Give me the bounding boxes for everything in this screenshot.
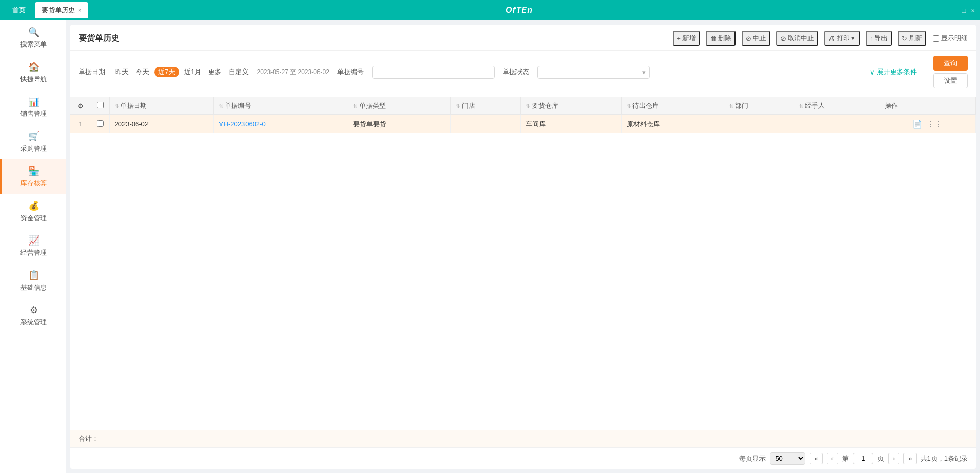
page-number-input[interactable] (853, 453, 873, 464)
refresh-button[interactable]: ↻ 刷新 (898, 31, 926, 46)
date-options: 昨天 今天 近7天 近1月 更多 自定义 2023-05-27 至 2023-0… (113, 67, 329, 77)
status-select-wrap: ▾ (537, 66, 650, 79)
cell-checkbox[interactable] (91, 115, 109, 133)
filter-row-1: 单据日期 昨天 今天 近7天 近1月 更多 自定义 2023-05-27 至 2… (79, 56, 968, 88)
cancel-stop-button[interactable]: ⊘ 取消中止 (776, 31, 818, 46)
stop-label: 中止 (753, 34, 766, 43)
sidebar-item-finance[interactable]: 💰 资金管理 (0, 194, 66, 229)
sidebar-item-operations[interactable]: 📈 经营管理 (0, 229, 66, 264)
cancel-stop-icon: ⊘ (780, 35, 786, 42)
next-page-button[interactable]: › (888, 453, 899, 464)
delete-icon: 🗑 (710, 35, 717, 42)
delete-button[interactable]: 🗑 删除 (706, 31, 736, 46)
summary-label: 合计： (79, 435, 99, 442)
date-range-display: 2023-05-27 至 2023-06-02 (257, 68, 329, 77)
sidebar-item-sales[interactable]: 📊 销售管理 (0, 90, 66, 125)
sort-icon-store[interactable]: ⇅ (456, 103, 460, 109)
th-req-warehouse: ⇅ 要货仓库 (521, 97, 622, 115)
doc-no-input[interactable] (372, 66, 495, 79)
cell-handler (794, 115, 879, 133)
sidebar-item-inventory[interactable]: 🏪 库存核算 (0, 159, 66, 194)
export-button[interactable]: ↑ 导出 (866, 31, 892, 46)
refresh-label: 刷新 (909, 34, 922, 43)
sidebar-item-search-menu-label: 搜索菜单 (20, 40, 47, 49)
th-settings[interactable]: ⚙ (70, 97, 91, 115)
sort-icon-doc-date[interactable]: ⇅ (115, 103, 119, 109)
sort-icon-req-warehouse[interactable]: ⇅ (526, 103, 530, 109)
show-detail-label: 显示明细 (941, 34, 968, 43)
sort-icon-doc-no[interactable]: ⇅ (219, 103, 223, 109)
page-size-select[interactable]: 50 10 20 100 (770, 452, 805, 465)
sidebar-item-purchase[interactable]: 🛒 采购管理 (0, 125, 66, 159)
doc-no-link[interactable]: YH-20230602-0 (219, 120, 266, 128)
window-maximize-icon[interactable]: □ (962, 7, 966, 14)
footer-summary: 合计： (70, 430, 976, 447)
cell-doc-no[interactable]: YH-20230602-0 (213, 115, 348, 133)
edit-icon[interactable]: 📄 (912, 119, 922, 129)
sort-icon-pending-warehouse[interactable]: ⇅ (627, 103, 631, 109)
th-doc-date: ⇅ 单据日期 (109, 97, 213, 115)
more-icon[interactable]: ⋮⋮ (926, 119, 943, 129)
new-button[interactable]: + 新增 (673, 31, 700, 46)
stop-button[interactable]: ⊘ 中止 (742, 31, 770, 46)
tab-active[interactable]: 要货单历史 × (35, 2, 88, 18)
date-filter-label: 单据日期 (79, 67, 105, 77)
print-button[interactable]: 🖨 打印 ▾ (824, 31, 860, 46)
system-icon: ⚙ (30, 304, 38, 316)
cell-index: 1 (70, 115, 91, 133)
first-page-button[interactable]: « (810, 453, 822, 464)
date-opt-custom[interactable]: 自定义 (227, 67, 251, 77)
th-department: ⇅ 部门 (724, 97, 794, 115)
expand-conditions-button[interactable]: ∨ 展开更多条件 (870, 67, 917, 77)
prev-page-button[interactable]: ‹ (827, 453, 838, 464)
query-button[interactable]: 查询 (933, 56, 968, 71)
base-info-icon: 📋 (28, 270, 39, 281)
th-checkbox[interactable] (91, 97, 109, 115)
sidebar-item-system[interactable]: ⚙ 系统管理 (0, 298, 66, 333)
brand-logo: OfTEn (506, 6, 533, 15)
tab-close-icon[interactable]: × (78, 7, 81, 13)
sort-icon-doc-type[interactable]: ⇅ (353, 103, 357, 109)
select-all-checkbox[interactable] (97, 102, 104, 108)
page-size-label: 每页显示 (739, 454, 766, 463)
sidebar-item-base-info[interactable]: 📋 基础信息 (0, 264, 66, 298)
table-wrap: ⚙ ⇅ 单据日期 ⇅ 单据编号 ⇅ 单据类型 ⇅ 门店 ⇅ 要货仓库 ⇅ 待出仓… (70, 97, 976, 430)
show-detail-checkbox[interactable] (933, 35, 939, 42)
sort-icon-handler[interactable]: ⇅ (799, 103, 803, 109)
window-minimize-icon[interactable]: — (950, 7, 957, 14)
th-store: ⇅ 门店 (451, 97, 521, 115)
status-select[interactable] (537, 66, 650, 79)
date-opt-today[interactable]: 今天 (134, 67, 151, 77)
page-label-after: 页 (877, 454, 884, 463)
date-opt-7days[interactable]: 近7天 (154, 67, 179, 77)
sidebar-item-base-info-label: 基础信息 (20, 283, 47, 292)
sidebar-item-search-menu[interactable]: 🔍 搜索菜单 (0, 20, 66, 55)
window-controls: — □ × (950, 7, 975, 14)
export-label: 导出 (874, 34, 888, 43)
active-tab-label: 要货单历史 (42, 6, 75, 15)
tab-home[interactable]: 首页 (5, 2, 33, 18)
doc-no-label: 单据编号 (337, 67, 364, 77)
status-label: 单据状态 (503, 67, 529, 77)
date-opt-yesterday[interactable]: 昨天 (113, 67, 131, 77)
inventory-icon: 🏪 (28, 165, 39, 177)
quick-nav-icon: 🏠 (28, 61, 39, 73)
row-checkbox[interactable] (97, 120, 104, 127)
show-detail-checkbox-wrap[interactable]: 显示明细 (933, 34, 968, 43)
date-opt-1month[interactable]: 近1月 (182, 67, 203, 77)
sidebar-item-quick-nav[interactable]: 🏠 快捷导航 (0, 55, 66, 90)
date-opt-more[interactable]: 更多 (206, 67, 224, 77)
filter-action-btns: 查询 设置 (933, 56, 968, 88)
content-area: 要货单历史 + 新增 🗑 删除 ⊘ 中止 ⊘ 取消中止 (70, 25, 976, 469)
home-tab-label: 首页 (12, 6, 26, 15)
delete-label: 删除 (718, 34, 731, 43)
last-page-button[interactable]: » (903, 453, 916, 464)
main-layout: 🔍 搜索菜单 🏠 快捷导航 📊 销售管理 🛒 采购管理 🏪 库存核算 💰 资金管… (0, 20, 980, 473)
settings-button[interactable]: 设置 (933, 73, 968, 88)
purchase-icon: 🛒 (28, 131, 39, 142)
top-bar: 首页 要货单历史 × OfTEn — □ × (0, 0, 980, 20)
window-close-icon[interactable]: × (971, 7, 975, 14)
content-header: 要货单历史 + 新增 🗑 删除 ⊘ 中止 ⊘ 取消中止 (70, 25, 976, 51)
sort-icon-department[interactable]: ⇅ (729, 103, 733, 109)
cell-ops: 📄 ⋮⋮ (879, 115, 975, 133)
